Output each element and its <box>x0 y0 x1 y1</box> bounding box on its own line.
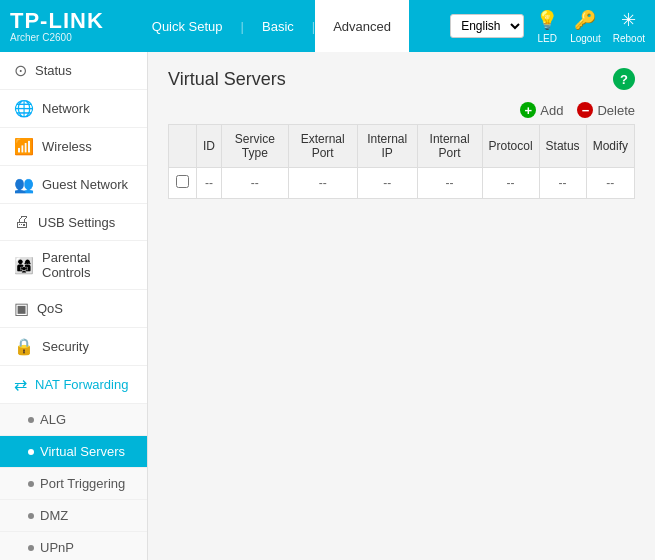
sidebar-sub-label-virtual-servers: Virtual Servers <box>40 444 125 459</box>
model-name: Archer C2600 <box>10 32 104 43</box>
qos-icon: ▣ <box>14 299 29 318</box>
sidebar-item-security[interactable]: 🔒 Security <box>0 328 147 366</box>
sidebar-item-status[interactable]: ⊙ Status <box>0 52 147 90</box>
virtual-servers-table: ID Service Type External Port Internal I… <box>168 124 635 199</box>
tab-basic[interactable]: Basic <box>244 0 312 52</box>
row-modify: -- <box>586 168 634 199</box>
help-button[interactable]: ? <box>613 68 635 90</box>
dmz-dot <box>28 513 34 519</box>
sidebar-sub-item-upnp[interactable]: UPnP <box>0 532 147 560</box>
sidebar-sub-label-port-triggering: Port Triggering <box>40 476 125 491</box>
tab-separator-2: | <box>312 19 315 34</box>
reboot-button[interactable]: ✳ Reboot <box>613 9 645 44</box>
port-triggering-dot <box>28 481 34 487</box>
sidebar-sub-label-dmz: DMZ <box>40 508 68 523</box>
security-icon: 🔒 <box>14 337 34 356</box>
sidebar-label-status: Status <box>35 63 72 78</box>
sidebar-sub-item-port-triggering[interactable]: Port Triggering <box>0 468 147 500</box>
row-checkbox-cell <box>169 168 197 199</box>
th-external-port: External Port <box>288 125 357 168</box>
tab-quick-setup[interactable]: Quick Setup <box>134 0 241 52</box>
sidebar-label-security: Security <box>42 339 89 354</box>
led-label: LED <box>537 33 556 44</box>
parental-icon: 👨‍👩‍👧 <box>14 256 34 275</box>
row-external-port: -- <box>288 168 357 199</box>
sidebar-item-wireless[interactable]: 📶 Wireless <box>0 128 147 166</box>
row-internal-port: -- <box>417 168 482 199</box>
sidebar-label-usb: USB Settings <box>38 215 115 230</box>
sidebar: ⊙ Status 🌐 Network 📶 Wireless 👥 Guest Ne… <box>0 52 148 560</box>
delete-label: Delete <box>597 103 635 118</box>
row-checkbox[interactable] <box>176 175 189 188</box>
sidebar-sub-item-dmz[interactable]: DMZ <box>0 500 147 532</box>
th-internal-port: Internal Port <box>417 125 482 168</box>
guest-icon: 👥 <box>14 175 34 194</box>
tab-separator-1: | <box>241 19 244 34</box>
main-content: Virtual Servers ? + Add − Delete ID Serv… <box>148 52 655 560</box>
nat-icon: ⇄ <box>14 375 27 394</box>
th-id: ID <box>197 125 222 168</box>
language-select[interactable]: English <box>450 14 524 38</box>
sidebar-label-wireless: Wireless <box>42 139 92 154</box>
sidebar-label-parental: Parental Controls <box>42 250 133 280</box>
usb-icon: 🖨 <box>14 213 30 231</box>
layout: ⊙ Status 🌐 Network 📶 Wireless 👥 Guest Ne… <box>0 52 655 560</box>
brand-logo: TP-LINK <box>10 10 104 32</box>
delete-button[interactable]: − Delete <box>577 102 635 118</box>
th-protocol: Protocol <box>482 125 539 168</box>
sidebar-label-nat: NAT Forwarding <box>35 377 128 392</box>
add-icon: + <box>520 102 536 118</box>
sidebar-sub-item-virtual-servers[interactable]: Virtual Servers <box>0 436 147 468</box>
logout-label: Logout <box>570 33 601 44</box>
sidebar-label-qos: QoS <box>37 301 63 316</box>
table-header-row: ID Service Type External Port Internal I… <box>169 125 635 168</box>
sidebar-sub-label-alg: ALG <box>40 412 66 427</box>
th-modify: Modify <box>586 125 634 168</box>
sidebar-item-qos[interactable]: ▣ QoS <box>0 290 147 328</box>
page-title-row: Virtual Servers ? <box>168 68 635 90</box>
sidebar-item-network[interactable]: 🌐 Network <box>0 90 147 128</box>
status-icon: ⊙ <box>14 61 27 80</box>
sidebar-item-nat-forwarding[interactable]: ⇄ NAT Forwarding <box>0 366 147 404</box>
delete-icon: − <box>577 102 593 118</box>
reboot-icon: ✳ <box>621 9 636 31</box>
table-row: -- -- -- -- -- -- -- -- <box>169 168 635 199</box>
page-title: Virtual Servers <box>168 69 286 90</box>
header: TP-LINK Archer C2600 Quick Setup | Basic… <box>0 0 655 52</box>
virtual-servers-dot <box>28 449 34 455</box>
led-icon: 💡 <box>536 9 558 31</box>
add-button[interactable]: + Add <box>520 102 563 118</box>
th-status: Status <box>539 125 586 168</box>
sidebar-sub-menu: ALG Virtual Servers Port Triggering DMZ … <box>0 404 147 560</box>
network-icon: 🌐 <box>14 99 34 118</box>
sidebar-label-network: Network <box>42 101 90 116</box>
th-service-type: Service Type <box>222 125 289 168</box>
tab-advanced[interactable]: Advanced <box>315 0 409 52</box>
sidebar-sub-item-alg[interactable]: ALG <box>0 404 147 436</box>
row-internal-ip: -- <box>357 168 417 199</box>
row-protocol: -- <box>482 168 539 199</box>
sidebar-sub-label-upnp: UPnP <box>40 540 74 555</box>
led-icon-button[interactable]: 💡 LED <box>536 9 558 44</box>
sidebar-item-parental-controls[interactable]: 👨‍👩‍👧 Parental Controls <box>0 241 147 290</box>
th-internal-ip: Internal IP <box>357 125 417 168</box>
header-right: English 💡 LED 🔑 Logout ✳ Reboot <box>450 9 645 44</box>
row-id: -- <box>197 168 222 199</box>
sidebar-item-guest-network[interactable]: 👥 Guest Network <box>0 166 147 204</box>
logo-area: TP-LINK Archer C2600 <box>10 10 104 43</box>
wireless-icon: 📶 <box>14 137 34 156</box>
logout-icon: 🔑 <box>574 9 596 31</box>
add-label: Add <box>540 103 563 118</box>
nav-tabs: Quick Setup | Basic | Advanced <box>134 0 450 52</box>
alg-dot <box>28 417 34 423</box>
reboot-label: Reboot <box>613 33 645 44</box>
upnp-dot <box>28 545 34 551</box>
th-checkbox <box>169 125 197 168</box>
table-controls: + Add − Delete <box>168 102 635 118</box>
sidebar-item-usb-settings[interactable]: 🖨 USB Settings <box>0 204 147 241</box>
sidebar-label-guest: Guest Network <box>42 177 128 192</box>
row-status: -- <box>539 168 586 199</box>
logout-button[interactable]: 🔑 Logout <box>570 9 601 44</box>
row-service-type: -- <box>222 168 289 199</box>
